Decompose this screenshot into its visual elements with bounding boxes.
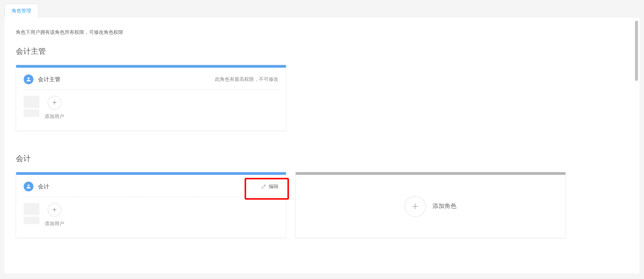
user-avatar[interactable] — [24, 96, 39, 108]
add-role-label: 添加角色 — [432, 202, 457, 210]
card-body: + 添加用户 — [16, 197, 286, 238]
role-card-accountant: 会计 编辑 + — [16, 172, 286, 238]
tab-role-management[interactable]: 角色管理 — [5, 4, 38, 18]
add-role-card: + 添加角色 — [295, 172, 566, 238]
edit-icon — [261, 184, 266, 189]
role-name: 会计主管 — [38, 76, 215, 83]
plus-icon: + — [48, 96, 61, 109]
card-body: + 添加用户 — [16, 90, 286, 130]
scrollbar-thumb[interactable] — [635, 21, 638, 81]
user-avatar-stack — [24, 203, 39, 224]
add-user-button[interactable]: + 添加用户 — [45, 203, 64, 227]
section-accounting-supervisor: 会计主管 会计主管 此角色有最高权限，不可修改 — [16, 46, 628, 131]
section-accounting: 会计 会计 编辑 — [16, 153, 628, 238]
user-avatar[interactable] — [24, 217, 39, 224]
add-user-label: 添加用户 — [45, 113, 64, 120]
plus-icon: + — [405, 196, 426, 217]
user-avatar-stack — [24, 96, 39, 117]
tab-bar: 角色管理 — [0, 0, 644, 18]
add-user-button[interactable]: + 添加用户 — [45, 96, 64, 120]
plus-icon: + — [48, 203, 61, 217]
card-accent-bar — [16, 65, 286, 68]
page-wrapper: 角色下用户拥有该角色所有权限，可修改角色权限 会计主管 会计主管 此角色有最高权… — [0, 18, 644, 278]
section-title: 会计 — [16, 153, 628, 164]
section-title: 会计主管 — [16, 46, 628, 56]
role-note: 此角色有最高权限，不可修改 — [215, 76, 278, 83]
card-header: 会计 编辑 — [16, 175, 286, 197]
add-role-button[interactable]: + 添加角色 — [296, 175, 565, 238]
user-avatar[interactable] — [24, 109, 39, 117]
edit-label: 编辑 — [269, 183, 278, 190]
card-accent-bar — [16, 172, 286, 175]
card-accent-bar — [296, 172, 565, 175]
person-icon — [24, 182, 33, 191]
role-card-supervisor: 会计主管 此角色有最高权限，不可修改 + 添加用户 — [16, 65, 286, 131]
user-avatar[interactable] — [24, 203, 39, 215]
cards-row: 会计主管 此角色有最高权限，不可修改 + 添加用户 — [16, 65, 628, 131]
content-area: 角色下用户拥有该角色所有权限，可修改角色权限 会计主管 会计主管 此角色有最高权… — [5, 18, 639, 273]
person-icon — [24, 74, 33, 84]
page-description: 角色下用户拥有该角色所有权限，可修改角色权限 — [16, 29, 628, 36]
edit-button[interactable]: 编辑 — [261, 183, 278, 190]
add-user-label: 添加用户 — [45, 220, 64, 227]
cards-row: 会计 编辑 + — [16, 172, 628, 238]
card-header: 会计主管 此角色有最高权限，不可修改 — [16, 68, 286, 89]
role-name: 会计 — [38, 183, 261, 190]
